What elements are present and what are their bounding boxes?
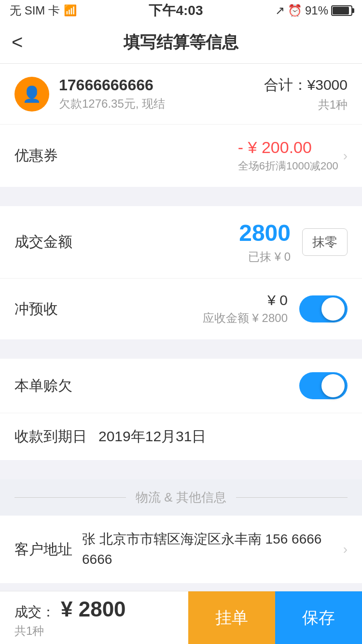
- divider-line-right: [236, 497, 348, 498]
- prepay-right: ¥ 0 应收金额 ¥ 2800: [203, 292, 348, 326]
- deal-ya: 已抹 ¥ 0: [239, 249, 291, 265]
- address-value: 张 北京市市辖区海淀区永丰南 156 6666 6666: [82, 529, 343, 570]
- nav-bar: < 填写结算等信息: [0, 21, 362, 64]
- back-button[interactable]: <: [12, 31, 23, 53]
- due-date-label: 收款到期日: [14, 427, 87, 447]
- credit-label: 本单赊欠: [14, 376, 72, 396]
- prepay-row: 冲预收 ¥ 0 应收金额 ¥ 2800: [0, 278, 362, 339]
- coupon-discount: - ¥ 200.00: [238, 138, 338, 157]
- coupon-right: - ¥ 200.00 全场6折满1000减200 ›: [238, 138, 348, 173]
- page-title: 填写结算等信息: [124, 31, 238, 54]
- battery-icon: [331, 5, 352, 16]
- user-debt: 欠款1276.35元, 现结: [59, 96, 165, 112]
- credit-toggle-knob: [321, 374, 345, 397]
- coupon-desc: 全场6折满1000减200: [238, 159, 338, 173]
- deal-amount-value-wrap: 2800 已抹 ¥ 0: [239, 220, 291, 265]
- prepay-label: 冲预收: [14, 299, 58, 319]
- hang-button[interactable]: 挂单: [188, 591, 275, 644]
- status-left: 无 SIM 卡 📶: [10, 3, 77, 18]
- divider-line-left: [14, 497, 126, 498]
- bottom-count: 共1种: [14, 623, 174, 639]
- wifi-icon: 📶: [64, 4, 77, 17]
- credit-card: 本单赊欠 收款到期日 2019年12月31日: [0, 359, 362, 460]
- user-info: 17666666666 欠款1276.35元, 现结: [59, 76, 165, 112]
- user-total: 合计：¥3000: [264, 75, 348, 95]
- user-count: 共1种: [264, 97, 348, 112]
- save-button[interactable]: 保存: [275, 591, 362, 644]
- due-date-row: 收款到期日 2019年12月31日: [0, 413, 362, 460]
- prepay-receivable: 应收金额 ¥ 2800: [203, 310, 288, 326]
- avatar: 👤: [14, 77, 49, 112]
- address-row[interactable]: 客户地址 张 北京市市辖区海淀区永丰南 156 6666 6666 ›: [0, 516, 362, 583]
- amount-card: 成交金额 2800 已抹 ¥ 0 抹零 冲预收 ¥ 0 应收金额 ¥ 2800: [0, 206, 362, 339]
- coupon-info: - ¥ 200.00 全场6折满1000减200: [238, 138, 338, 173]
- chevron-right-icon: ›: [343, 148, 348, 164]
- address-card: 客户地址 张 北京市市辖区海淀区永丰南 156 6666 6666 ›: [0, 516, 362, 583]
- user-phone: 17666666666: [59, 76, 165, 94]
- status-right: ↗ ⏰ 91%: [275, 4, 352, 17]
- bottom-deal-label: 成交：: [14, 603, 55, 621]
- location-icon: ↗: [275, 4, 285, 17]
- avatar-icon: 👤: [22, 85, 42, 103]
- due-date-value: 2019年12月31日: [98, 427, 206, 447]
- sim-label: 无 SIM 卡: [10, 3, 60, 18]
- section-separator-1: [0, 196, 362, 206]
- section-separator-2: [0, 349, 362, 359]
- battery-percent: 91%: [305, 4, 328, 17]
- deal-amount-value: 2800: [239, 220, 291, 246]
- prepay-value: ¥ 0: [203, 292, 288, 308]
- alarm-icon: ⏰: [288, 4, 302, 17]
- user-right: 合计：¥3000 共1种: [264, 75, 348, 112]
- address-chevron-icon: ›: [343, 542, 348, 557]
- logistics-divider: 物流 & 其他信息: [0, 479, 362, 516]
- toggle-knob: [321, 297, 345, 321]
- section-separator-3: [0, 470, 362, 479]
- status-time: 下午4:03: [149, 1, 203, 20]
- prepay-toggle[interactable]: [299, 295, 348, 322]
- bottom-deal-value: ¥ 2800: [61, 597, 126, 621]
- deal-amount-right: 2800 已抹 ¥ 0 抹零: [239, 220, 348, 265]
- status-bar: 无 SIM 卡 📶 下午4:03 ↗ ⏰ 91%: [0, 0, 362, 21]
- coupon-label: 优惠券: [14, 146, 58, 166]
- user-coupon-card: 👤 17666666666 欠款1276.35元, 现结 合计：¥3000 共1…: [0, 64, 362, 187]
- deal-amount-label: 成交金额: [14, 232, 72, 252]
- logistics-label: 物流 & 其他信息: [136, 489, 226, 506]
- prepay-value-wrap: ¥ 0 应收金额 ¥ 2800: [203, 292, 288, 326]
- address-label: 客户地址: [14, 540, 72, 560]
- content: 👤 17666666666 欠款1276.35元, 现结 合计：¥3000 共1…: [0, 64, 362, 644]
- credit-row: 本单赊欠: [0, 359, 362, 413]
- bottom-deal: 成交： ¥ 2800: [14, 597, 174, 621]
- credit-toggle[interactable]: [299, 372, 348, 399]
- bottom-bar: 成交： ¥ 2800 共1种 挂单 保存: [0, 591, 362, 644]
- bottom-summary: 成交： ¥ 2800 共1种: [0, 597, 188, 639]
- user-left: 👤 17666666666 欠款1276.35元, 现结: [14, 76, 165, 112]
- user-row: 👤 17666666666 欠款1276.35元, 现结 合计：¥3000 共1…: [0, 64, 362, 124]
- coupon-row[interactable]: 优惠券 - ¥ 200.00 全场6折满1000减200 ›: [0, 124, 362, 187]
- deal-amount-row: 成交金额 2800 已抹 ¥ 0 抹零: [0, 206, 362, 278]
- round-button[interactable]: 抹零: [302, 228, 348, 256]
